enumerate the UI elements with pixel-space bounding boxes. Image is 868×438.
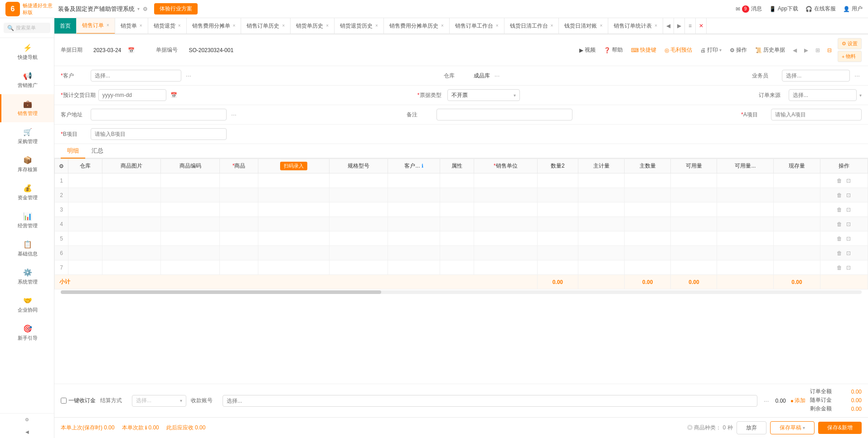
sidebar-item-guide[interactable]: 🎯 新手引导 bbox=[0, 319, 54, 347]
customer-ellipsis-icon[interactable]: ··· bbox=[184, 72, 193, 79]
row-copy-icon[interactable]: ⊡ bbox=[845, 250, 852, 256]
tab-sales-bill-hist[interactable]: 销货单历史 × bbox=[291, 18, 335, 34]
tab-sales-fee-hist[interactable]: 销售费用分摊单历史 × bbox=[384, 18, 450, 34]
message-btn[interactable]: ✉ 9 消息 bbox=[736, 5, 762, 13]
row-delete-icon[interactable]: 🗑 bbox=[835, 207, 844, 213]
payment-select[interactable]: 选择... ▾ bbox=[132, 395, 186, 407]
row-delete-icon[interactable]: 🗑 bbox=[835, 192, 844, 198]
customer-input[interactable] bbox=[91, 70, 181, 82]
tab-close-icon[interactable]: × bbox=[375, 18, 378, 34]
row-copy-icon[interactable]: ⊡ bbox=[845, 178, 852, 184]
row-copy-icon[interactable]: ⊡ bbox=[845, 192, 852, 198]
discard-btn[interactable]: 放弃 bbox=[737, 421, 766, 434]
print-btn[interactable]: 🖨 打印 ▾ bbox=[698, 45, 723, 55]
staff-ellipsis-icon[interactable]: ··· bbox=[853, 72, 862, 79]
row-delete-icon[interactable]: 🗑 bbox=[835, 250, 844, 256]
tab-close-icon[interactable]: × bbox=[496, 18, 499, 34]
settings-side-btn[interactable]: ⚙ 设置 bbox=[838, 38, 862, 49]
tab-cash-daily-work[interactable]: 钱货日清工作台 × bbox=[504, 18, 559, 34]
operation-btn[interactable]: ⚙ 操作 bbox=[728, 45, 749, 55]
tab-close-icon[interactable]: × bbox=[282, 18, 285, 34]
row-copy-icon[interactable]: ⊡ bbox=[845, 265, 852, 271]
expected-date-input[interactable] bbox=[98, 89, 166, 101]
app-download-btn[interactable]: 📱 App下载 bbox=[769, 5, 798, 13]
account-ellipsis-icon[interactable]: ··· bbox=[762, 397, 771, 404]
row-delete-icon[interactable]: 🗑 bbox=[835, 265, 844, 271]
add-btn[interactable]: ● 添加 bbox=[790, 397, 805, 404]
online-service-btn[interactable]: 🎧 在线客服 bbox=[805, 5, 836, 13]
address-ellipsis-icon[interactable]: ··· bbox=[229, 111, 238, 118]
shortcut-btn[interactable]: ⌨ 快捷键 bbox=[629, 45, 658, 55]
tab-home[interactable]: 首页 bbox=[54, 18, 77, 34]
tab-close-icon[interactable]: × bbox=[178, 18, 181, 34]
tab-sales-bill[interactable]: 销货单 × bbox=[115, 18, 148, 34]
sub-tab-summary[interactable]: 汇总 bbox=[85, 144, 110, 159]
row-copy-icon[interactable]: ⊡ bbox=[845, 207, 852, 213]
sidebar-item-base-info[interactable]: 📋 基础信息 bbox=[0, 235, 54, 263]
sidebar-item-quick-nav[interactable]: ⚡ 快捷导航 bbox=[0, 38, 54, 66]
col-scan[interactable]: 扫码录入 bbox=[258, 159, 330, 173]
customer-address-input[interactable] bbox=[91, 109, 227, 120]
toolbar-prev-icon[interactable]: ◀ bbox=[791, 47, 798, 53]
material-side-btn[interactable]: + 物料 bbox=[838, 51, 862, 62]
a-project-input[interactable] bbox=[771, 109, 862, 120]
invoice-select[interactable]: 不开票 ▾ bbox=[447, 89, 520, 101]
sidebar-search[interactable]: 🔍 搜索菜单 bbox=[0, 18, 54, 38]
toolbar-next-icon[interactable]: ▶ bbox=[803, 47, 810, 53]
sidebar-item-inventory[interactable]: 📦 库存核算 bbox=[0, 150, 54, 178]
row-delete-icon[interactable]: 🗑 bbox=[835, 178, 844, 184]
date-picker-icon[interactable]: 📅 bbox=[169, 92, 179, 98]
tab-close-icon[interactable]: × bbox=[326, 18, 329, 34]
sidebar-item-system[interactable]: ⚙️ 系统管理 bbox=[0, 263, 54, 291]
tab-cash-daily-check[interactable]: 钱货日清对账 × bbox=[559, 18, 608, 34]
scan-btn[interactable]: 扫码录入 bbox=[280, 162, 307, 170]
help-btn[interactable]: ❓ 帮助 bbox=[602, 45, 625, 55]
row-copy-icon[interactable]: ⊡ bbox=[845, 221, 852, 227]
tab-next-btn[interactable]: ▶ bbox=[674, 18, 685, 34]
calendar-icon[interactable]: 📅 bbox=[126, 47, 136, 53]
row-delete-icon[interactable]: 🗑 bbox=[835, 236, 844, 242]
tab-close-icon[interactable]: × bbox=[655, 18, 657, 34]
sidebar-item-cooperation[interactable]: 🤝 企业协同 bbox=[0, 291, 54, 319]
warehouse-ellipsis-icon[interactable]: ··· bbox=[493, 72, 502, 79]
account-input[interactable] bbox=[223, 395, 757, 407]
view-btn[interactable]: ▶ 视频 bbox=[577, 45, 597, 55]
sidebar-item-marketing[interactable]: 📢 营销推广 bbox=[0, 66, 54, 94]
user-avatar[interactable]: 👤 用户 bbox=[843, 5, 863, 13]
sidebar-item-operations[interactable]: 📊 经营管理 bbox=[0, 207, 54, 235]
order-source-input[interactable] bbox=[789, 89, 857, 101]
tab-prev-btn[interactable]: ◀ bbox=[663, 18, 674, 34]
sub-tab-detail[interactable]: 明细 bbox=[61, 144, 85, 159]
staff-input[interactable] bbox=[782, 70, 850, 82]
tab-close-icon[interactable]: × bbox=[107, 18, 109, 34]
row-copy-icon[interactable]: ⊡ bbox=[845, 236, 852, 242]
toolbar-grid-icon[interactable]: ⊞ bbox=[814, 47, 821, 53]
tab-sales-order-work[interactable]: 销售订单工作台 × bbox=[450, 18, 504, 34]
toolbar-list-icon[interactable]: ⊟ bbox=[826, 47, 833, 53]
tab-close-icon[interactable]: × bbox=[600, 18, 602, 34]
sidebar-collapse-btn[interactable]: ◀ bbox=[0, 426, 54, 438]
history-btn[interactable]: 📜 历史单据 bbox=[753, 45, 787, 55]
tab-close-icon[interactable]: × bbox=[551, 18, 553, 34]
tab-sales-return[interactable]: 销货退货 × bbox=[148, 18, 187, 34]
tab-sales-order-stat[interactable]: 销售订单统计表 × bbox=[608, 18, 663, 34]
b-project-input[interactable] bbox=[91, 128, 227, 140]
sidebar-item-finance[interactable]: 💰 资金管理 bbox=[0, 178, 54, 207]
sidebar-item-purchase[interactable]: 🛒 采购管理 bbox=[0, 122, 54, 150]
industry-btn[interactable]: 体验行业方案 bbox=[154, 3, 198, 14]
tab-close-icon[interactable]: × bbox=[441, 18, 444, 34]
settings-icon[interactable]: ⚙ bbox=[140, 4, 150, 14]
tab-sales-return-hist[interactable]: 销货退货历史 × bbox=[335, 18, 384, 34]
tab-close-icon[interactable]: × bbox=[140, 18, 142, 34]
one-click-checkbox[interactable]: 一键收订金 bbox=[61, 397, 96, 404]
col-settings[interactable]: ⚙ bbox=[55, 159, 68, 173]
remark-input[interactable] bbox=[436, 109, 572, 120]
sidebar-item-sales[interactable]: 💼 销售管理 bbox=[0, 94, 54, 122]
row-delete-icon[interactable]: 🗑 bbox=[835, 221, 844, 227]
save-draft-btn[interactable]: 保存草稿 ▾ bbox=[770, 421, 815, 434]
save-new-btn[interactable]: 保存&新增 bbox=[818, 422, 862, 434]
sidebar-settings-btn[interactable]: ⚙ bbox=[0, 414, 54, 426]
one-click-input[interactable] bbox=[61, 398, 67, 404]
tab-close-icon[interactable]: × bbox=[233, 18, 236, 34]
tab-sales-order-hist[interactable]: 销售订单历史 × bbox=[241, 18, 291, 34]
